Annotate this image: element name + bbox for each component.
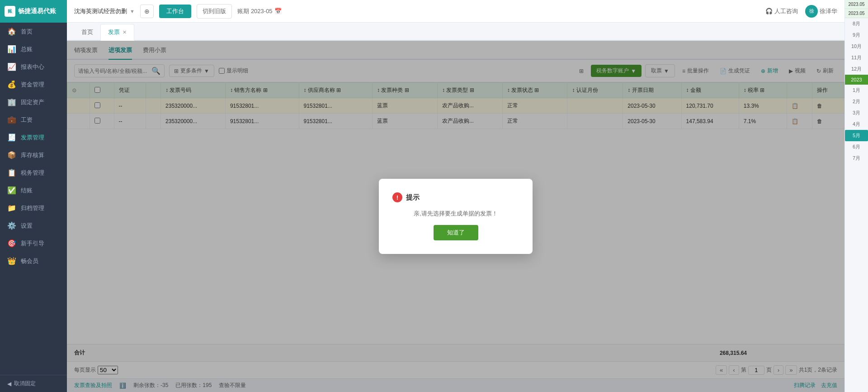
- sidebar-item-home[interactable]: 🏠 首页: [0, 23, 67, 40]
- tab-home-label: 首页: [81, 28, 93, 36]
- sidebar-item-invoice-label: 发票管理: [21, 134, 44, 142]
- archive-icon: 📁: [7, 204, 16, 212]
- pin-icon: ◀: [7, 381, 11, 387]
- home-icon: 🏠: [7, 27, 16, 36]
- page-content: 销项发票 进项发票 费用小票 🔍 ⊞ 更多条件 ▼ 显示明细 ⊞ 税务数: [67, 41, 844, 392]
- main-content: 沈海英测试经营勿删 ▼ ⊕ 工作台 切到旧版 账期 2023-05 📅 🎧 人工…: [67, 0, 844, 392]
- service-btn[interactable]: 🎧 人工咨询: [765, 7, 798, 15]
- logo-text: 畅捷通易代账: [18, 7, 56, 15]
- period-item-11[interactable]: 11月: [845, 52, 868, 63]
- modal-confirm-button[interactable]: 知道了: [434, 225, 478, 240]
- sidebar-item-inventory[interactable]: 📦 库存核算: [0, 146, 67, 164]
- tabbar: 首页 发票 ✕: [67, 23, 844, 41]
- sidebar-item-home-label: 首页: [21, 28, 33, 36]
- sidebar-item-payroll-label: 工资: [21, 116, 33, 124]
- workspace-button[interactable]: 工作台: [159, 5, 191, 18]
- modal-warning-icon: !: [392, 192, 402, 202]
- inventory-icon: 📦: [7, 151, 16, 159]
- sidebar-item-inventory-label: 库存核算: [21, 151, 44, 159]
- sidebar-item-guide-label: 新手引导: [21, 239, 44, 248]
- modal-icon-text: !: [396, 194, 398, 201]
- sidebar-item-checkout-label: 结账: [21, 186, 33, 195]
- service-label: 人工咨询: [774, 7, 798, 15]
- sidebar-item-tax-label: 税务管理: [21, 169, 44, 177]
- copy-icon: ⊕: [144, 8, 150, 15]
- calendar-icon: 📅: [274, 8, 282, 14]
- payroll-icon: 💼: [7, 115, 16, 124]
- tab-home[interactable]: 首页: [74, 24, 100, 40]
- sidebar-item-settings[interactable]: ⚙️ 设置: [0, 217, 67, 234]
- modal-header: ! 提示: [392, 192, 420, 202]
- prompt-modal: ! 提示 亲,请先选择要生成单据的发票！ 知道了: [379, 179, 533, 254]
- period-item-year[interactable]: 2023: [845, 75, 868, 85]
- avatar: 徐: [805, 5, 818, 18]
- sidebar-logo: 账 畅捷通易代账: [0, 0, 67, 23]
- topbar-right: 🎧 人工咨询 徐 徐泽华: [765, 5, 837, 18]
- sidebar-item-assets[interactable]: 🏢 固定资产: [0, 93, 67, 111]
- period-item-9[interactable]: 9月: [845, 29, 868, 41]
- company-name: 沈海英测试经营勿删: [74, 7, 127, 15]
- period-item-10[interactable]: 10月: [845, 41, 868, 52]
- period-item-5[interactable]: 5月: [845, 130, 868, 141]
- period-item-2[interactable]: 2月: [845, 96, 868, 107]
- period-item-8[interactable]: 8月: [845, 18, 868, 29]
- unpin-label: 取消固定: [14, 380, 36, 387]
- switch-version-button[interactable]: 切到旧版: [197, 4, 232, 19]
- user-name: 徐泽华: [820, 7, 837, 15]
- company-chevron-icon: ▼: [130, 9, 135, 14]
- funds-icon: 💰: [7, 80, 16, 89]
- sidebar: 账 畅捷通易代账 🏠 首页 📊 总账 📈 报表中心 💰 资金管理 🏢 固定资产 …: [0, 0, 67, 392]
- sidebar-item-assets-label: 固定资产: [21, 98, 44, 106]
- sidebar-item-invoice[interactable]: 🧾 发票管理: [0, 129, 67, 146]
- assets-icon: 🏢: [7, 98, 16, 106]
- sidebar-item-checkout[interactable]: ✅ 结账: [0, 182, 67, 199]
- sidebar-item-ledger[interactable]: 📊 总账: [0, 40, 67, 58]
- user-menu[interactable]: 徐 徐泽华: [805, 5, 837, 18]
- guide-icon: 🎯: [7, 239, 16, 248]
- modal-overlay: ! 提示 亲,请先选择要生成单据的发票！ 知道了: [67, 41, 844, 392]
- member-icon: 👑: [7, 257, 16, 265]
- avatar-text: 徐: [809, 8, 814, 14]
- reports-icon: 📈: [7, 62, 16, 71]
- sidebar-unpin[interactable]: ◀ 取消固定: [0, 375, 67, 392]
- sidebar-item-funds[interactable]: 💰 资金管理: [0, 76, 67, 93]
- invoice-icon: 🧾: [7, 133, 16, 142]
- settings-icon: ⚙️: [7, 221, 16, 230]
- logo-icon: 账: [5, 6, 15, 17]
- headset-icon: 🎧: [765, 8, 773, 14]
- period-item-1[interactable]: 1月: [845, 85, 868, 96]
- topbar-copy-button[interactable]: ⊕: [140, 5, 154, 18]
- period-item-7[interactable]: 7月: [845, 153, 868, 164]
- checkout-icon: ✅: [7, 186, 16, 195]
- sidebar-item-archive-label: 归档管理: [21, 204, 44, 212]
- modal-title: 提示: [406, 193, 420, 202]
- sidebar-item-settings-label: 设置: [21, 222, 33, 230]
- period-header-1[interactable]: 2023.05: [845, 0, 868, 9]
- period-item-6[interactable]: 6月: [845, 141, 868, 153]
- period-value: 2023-05: [251, 8, 273, 14]
- period-display: 账期 2023-05 📅: [237, 7, 282, 15]
- period-label: 账期: [237, 7, 249, 15]
- company-selector[interactable]: 沈海英测试经营勿删 ▼: [74, 7, 135, 15]
- sidebar-item-member-label: 畅会员: [21, 257, 38, 265]
- tab-invoice[interactable]: 发票 ✕: [100, 24, 134, 41]
- sidebar-item-guide[interactable]: 🎯 新手引导: [0, 234, 67, 252]
- period-header-2[interactable]: 2023.05: [845, 9, 868, 18]
- tax-icon: 📋: [7, 168, 16, 177]
- ledger-icon: 📊: [7, 45, 16, 53]
- modal-message: 亲,请先选择要生成单据的发票！: [414, 210, 498, 218]
- period-sidebar: 2023.05 2023.05 8月 9月 10月 11月 12月 2023 1…: [844, 0, 868, 392]
- sidebar-item-archive[interactable]: 📁 归档管理: [0, 199, 67, 217]
- sidebar-item-tax[interactable]: 📋 税务管理: [0, 164, 67, 182]
- period-item-12[interactable]: 12月: [845, 63, 868, 75]
- period-item-4[interactable]: 4月: [845, 119, 868, 130]
- sidebar-item-reports-label: 报表中心: [21, 63, 44, 71]
- tab-invoice-label: 发票: [108, 28, 120, 36]
- sidebar-item-member[interactable]: 👑 畅会员: [0, 252, 67, 270]
- sidebar-item-funds-label: 资金管理: [21, 81, 44, 89]
- period-item-3[interactable]: 3月: [845, 107, 868, 119]
- topbar: 沈海英测试经营勿删 ▼ ⊕ 工作台 切到旧版 账期 2023-05 📅 🎧 人工…: [67, 0, 844, 23]
- sidebar-item-payroll[interactable]: 💼 工资: [0, 111, 67, 129]
- tab-invoice-close-icon[interactable]: ✕: [123, 29, 127, 35]
- sidebar-item-reports[interactable]: 📈 报表中心: [0, 58, 67, 76]
